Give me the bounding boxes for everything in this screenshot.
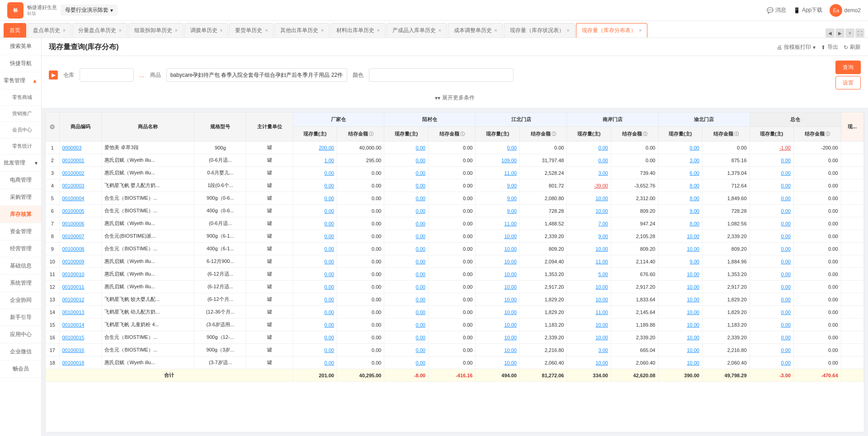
phone-icon: 📱	[793, 7, 800, 14]
sidebar-item-enterprise-wechat[interactable]: 企业微信	[0, 343, 41, 361]
tab-material-outbound[interactable]: 材料出库单历史 ×	[330, 23, 386, 38]
filter-expand-row: ▾▾ 展开更多条件	[49, 92, 861, 103]
sidebar-item-basic-info[interactable]: 基础信息	[0, 258, 41, 275]
tab-prev-btn[interactable]: ◀	[826, 28, 835, 38]
sidebar-item-collaboration[interactable]: 企业协同	[0, 292, 41, 309]
nanan-wh-header: 南岸门店	[567, 113, 658, 127]
tab-assembly[interactable]: 组装拆卸单历史 ×	[128, 23, 184, 38]
close-icon[interactable]: ×	[639, 28, 642, 33]
settings-btn[interactable]: 设置	[835, 76, 861, 89]
close-icon[interactable]: ×	[119, 28, 122, 33]
tab-stock-status[interactable]: 现存量（库存状况表） ×	[504, 23, 576, 38]
tab-transfer[interactable]: 调拨单历史 ×	[184, 23, 229, 38]
table-row: 11 00100010 惠氏启赋（Wyeth illu... (6-12月适..…	[46, 268, 864, 281]
sidebar-item-inventory[interactable]: 库存核算	[0, 206, 41, 223]
sidebar-item-operations[interactable]: 经营管理	[0, 240, 41, 258]
tab-stock-distribution[interactable]: 现存量（库存分布表） ×	[576, 23, 647, 38]
sidebar-item-quick-nav[interactable]: 快捷导航	[0, 55, 41, 72]
sidebar-item-app-center[interactable]: 应用中心	[0, 326, 41, 343]
logo-text: 畅捷通好生意 标版	[27, 4, 57, 16]
close-icon[interactable]: ×	[220, 28, 223, 33]
app-download-btn[interactable]: 📱 App下载	[793, 6, 822, 14]
top-right: 💬 消息 📱 App下载 Ea demo2	[767, 4, 861, 17]
sidebar-item-wholesale[interactable]: 批发管理 ▾	[0, 155, 41, 172]
chevron-down-icon: ▾	[110, 7, 113, 14]
total-yb-amt: 49,798.29	[702, 369, 750, 382]
close-icon[interactable]: ×	[265, 28, 268, 33]
expand-conditions-btn[interactable]: ▾▾ 展开更多条件	[431, 92, 478, 103]
page-header: 现存量查询(库存分布) 🖨 按模板打印 ▾ ⬆ 导出 ↻ 刷新	[42, 38, 868, 56]
tab-home[interactable]: 首页	[4, 23, 26, 38]
filter-toggle-btn[interactable]: ▶	[49, 70, 58, 80]
user-area[interactable]: Ea demo2	[830, 4, 861, 17]
chevron-down-icon: ▾	[35, 160, 38, 166]
warehouse-dots-btn[interactable]: ...	[139, 71, 145, 79]
sidebar: 搜索英单 快捷导航 零售管理 ▲ 零售商城 营销推广 会员中心 零售统计 批发管…	[0, 38, 42, 436]
sidebar-item-retail[interactable]: 零售管理 ▲	[0, 72, 41, 89]
sidebar-item-finance[interactable]: 资金管理	[0, 223, 41, 240]
sidebar-item-search[interactable]: 搜索英单	[0, 38, 41, 55]
mc-qty-header: 现存量(主)	[384, 127, 428, 141]
sidebar-item-guide[interactable]: 新手引导	[0, 309, 41, 326]
mc-amt-header: 结存金额ⓘ	[428, 127, 476, 141]
total-xian	[841, 369, 863, 382]
tot-amt-header: 结存金额ⓘ	[793, 127, 841, 141]
color-input[interactable]	[369, 68, 514, 82]
print-action[interactable]: 🖨 按模板打印 ▾	[777, 43, 816, 51]
close-icon[interactable]: ×	[439, 28, 441, 33]
table-row: 8 00100007 合生元(BIOSTIME)派... 900g（6-1...…	[46, 230, 864, 243]
sidebar-item-marketing[interactable]: 营销推广	[0, 106, 41, 122]
sidebar-item-ecommerce[interactable]: 电商管理	[0, 172, 41, 189]
table-row: 5 00100004 合生元（BIOSTIME）... 900g（0-6... …	[46, 192, 864, 205]
sidebar-item-purchase[interactable]: 采购管理	[0, 189, 41, 206]
warehouse-input[interactable]	[80, 68, 134, 82]
close-icon[interactable]: ×	[495, 28, 497, 33]
close-icon[interactable]: ×	[567, 28, 570, 33]
na-amt-header: 结存金额ⓘ	[611, 127, 658, 141]
chevron-down-icon: ▾▾	[435, 95, 440, 101]
refresh-action[interactable]: ↻ 刷新	[844, 43, 861, 51]
tab-next-btn[interactable]: ▶	[835, 28, 844, 38]
sidebar-item-retail-mall[interactable]: 零售商城	[0, 89, 41, 106]
current-col-header: 现...	[841, 113, 863, 141]
tab-close-btn[interactable]: ×	[845, 28, 854, 38]
factory-wh-header: 厂家仓	[293, 113, 384, 127]
total-label: 合计	[46, 369, 293, 382]
tab-requisition[interactable]: 要货单历史 ×	[229, 23, 274, 38]
mocun-wh-header: 陌村仓	[384, 113, 476, 127]
close-icon[interactable]: ×	[63, 28, 66, 33]
total-row: 合计 201.00 40,295.00 -8.00 -416.16 494.00…	[46, 369, 864, 382]
table-container[interactable]: ⚙ 商品编码 商品名称 规格型号 主计量单位 厂家仓 陌村仓 江北门店 南岸门店…	[45, 112, 864, 432]
close-icon[interactable]: ×	[377, 28, 380, 33]
table-row: 7 00100006 惠氏启赋（Wyeth illu... (0-6月适... …	[46, 217, 864, 230]
total-na-qty: 334.00	[567, 369, 611, 382]
tab-finished-inbound[interactable]: 产成品入库单历史 ×	[387, 23, 447, 38]
table-row: 18 00100018 惠氏启赋（Wyeth illu... (3-7岁适...…	[46, 356, 864, 369]
tab-split-count[interactable]: 分量盘点单历史 ×	[72, 23, 127, 38]
message-btn[interactable]: 💬 消息	[767, 6, 786, 14]
tab-other-outbound[interactable]: 其他出库单历史 ×	[274, 23, 330, 38]
tab-inventory-count[interactable]: 盘点单历史 ×	[27, 23, 71, 38]
page-title: 现存量查询(库存分布)	[49, 42, 119, 52]
sidebar-item-retail-stats[interactable]: 零售统计	[0, 138, 41, 155]
table-row: 2 00100001 惠氏启赋（Wyeth illu... (0-6月适... …	[46, 154, 864, 167]
total-yb-qty: 390.00	[658, 369, 702, 382]
close-icon[interactable]: ×	[175, 28, 178, 33]
store-selector[interactable]: 母婴行业演示陈套 ▾	[61, 5, 118, 16]
tab-cost-adjust[interactable]: 成本调整单历史 ×	[448, 23, 503, 38]
filter-row-main: ▶ 仓库 ... 商品 颜色 查询 设置	[49, 61, 861, 89]
sidebar-item-member[interactable]: 会员中心	[0, 122, 41, 138]
close-icon[interactable]: ×	[321, 28, 324, 33]
table-row: 4 00100003 飞鹤星飞帆 婴儿配方奶... 1段(0-6个... 罐 0…	[46, 179, 864, 192]
sidebar-item-system[interactable]: 系统管理	[0, 275, 41, 292]
tot-qty-header: 现存量(主)	[750, 127, 793, 141]
table-row: 12 00100011 惠氏启赋（Wyeth illu... (6-12月适..…	[46, 281, 864, 293]
sidebar-item-member2[interactable]: 畅会员	[0, 361, 41, 378]
yb-amt-header: 结存金额ⓘ	[702, 127, 750, 141]
tab-fullscreen-btn[interactable]: ⛶	[855, 28, 864, 38]
spec-col-header: 规格型号	[194, 113, 246, 141]
avatar: Ea	[830, 4, 842, 17]
goods-input[interactable]	[166, 68, 347, 82]
export-action[interactable]: ⬆ 导出	[821, 43, 838, 51]
query-btn[interactable]: 查询	[835, 61, 861, 74]
